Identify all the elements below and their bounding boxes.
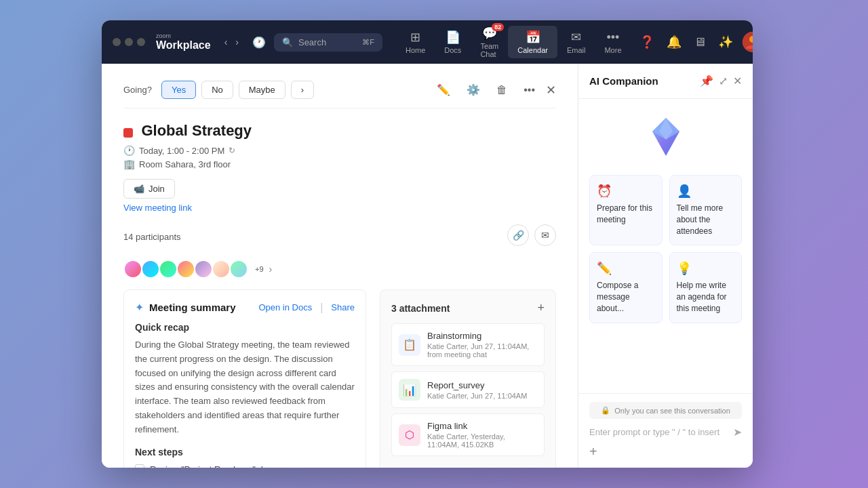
ai-actions-grid: ⏰ Prepare for this meeting 👤 Tell me mor… (589, 175, 742, 323)
ai-companion-panel: AI Companion 📌 ⤢ ✕ (578, 64, 753, 468)
sparkle-icon: ✦ (135, 301, 144, 314)
attach-info-3: Figma link Katie Carter, Yesterday, 11:0… (427, 421, 537, 449)
summary-header: ✦ Meeting summary Open in Docs | Share (135, 301, 355, 314)
next-steps-label: Next steps (135, 447, 355, 458)
ai-icon[interactable]: ✨ (715, 32, 736, 52)
participants-chevron[interactable]: › (269, 264, 273, 274)
email-icon: ✉ (571, 30, 581, 45)
help-icon[interactable]: ❓ (637, 32, 657, 52)
calendar-icon: 📅 (526, 30, 540, 45)
event-meta: 🕐 Today, 1:00 - 2:00 PM ↻ 🏢 Room Sahara,… (123, 145, 556, 169)
attach-item-3[interactable]: ⬡ Figma link Katie Carter, Yesterday, 11… (391, 413, 545, 456)
quick-recap-label: Quick recap (135, 322, 355, 333)
back-arrow[interactable]: ‹ (222, 34, 231, 50)
search-bar[interactable]: 🔍 Search ⌘F (274, 33, 382, 52)
nav-item-more[interactable]: ••• More (595, 26, 631, 58)
ai-add-button[interactable]: + (589, 444, 597, 460)
join-button-icon: 📹 (134, 184, 144, 194)
participant-avatar-4 (176, 260, 195, 279)
chat-badge: 82 (492, 23, 504, 31)
search-shortcut: ⌘F (362, 38, 374, 47)
open-in-docs-link[interactable]: Open in Docs (258, 302, 312, 312)
forward-arrow[interactable]: › (233, 34, 241, 50)
nav-item-email[interactable]: ✉ Email (557, 26, 595, 58)
edit-icon[interactable]: ✏️ (431, 80, 456, 100)
attach-icon-1: 📋 (399, 334, 420, 356)
attach-title: 3 attachment (391, 303, 450, 314)
traffic-light-1[interactable] (113, 38, 121, 46)
zoom-workplace: Workplace (156, 39, 211, 52)
ai-send-button[interactable]: ➤ (733, 426, 742, 439)
ai-title: AI Companion (589, 75, 694, 87)
nav-items: ⊞ Home 📄 Docs 💬 82 Team Chat 📅 Calendar … (396, 22, 631, 62)
rsvp-chevron-button[interactable]: › (291, 81, 314, 99)
attach-name-1: Brainstorming (427, 331, 537, 341)
ai-input-row: ➤ (589, 426, 742, 439)
attendees-label: Tell me more about the attendees (677, 203, 735, 237)
participant-actions: 🔗 ✉ (507, 224, 556, 246)
nav-item-home[interactable]: ⊞ Home (396, 26, 435, 58)
participant-avatar-7 (229, 260, 248, 279)
close-button[interactable]: ✕ (546, 83, 556, 98)
rsvp-maybe-button[interactable]: Maybe (239, 81, 285, 99)
join-button-label: Join (149, 184, 165, 194)
ai-action-agenda[interactable]: 💡 Help me write an agenda for this meeti… (669, 252, 743, 323)
attach-icon-3: ⬡ (399, 424, 420, 446)
participant-avatar-6 (212, 260, 231, 279)
prepare-label: Prepare for this meeting (597, 203, 655, 226)
event-header: Global Strategy 🕐 Today, 1:00 - 2:00 PM … (123, 122, 556, 214)
summary-title: Meeting summary (149, 302, 253, 313)
nav-arrows: ‹ › (222, 34, 241, 50)
ai-action-attendees[interactable]: 👤 Tell me more about the attendees (669, 175, 743, 245)
delete-icon[interactable]: 🗑 (491, 81, 513, 100)
join-button[interactable]: 📹 Join (123, 179, 175, 199)
titlebar: zoom Workplace ‹ › 🕐 🔍 Search ⌘F ⊞ Home … (102, 20, 753, 64)
view-meeting-link[interactable]: View meeting link (123, 203, 192, 213)
notifications-icon[interactable]: 🔔 (664, 32, 684, 52)
ai-expand-icon[interactable]: ⤢ (719, 75, 728, 87)
history-icon[interactable]: 🕐 (252, 36, 266, 49)
user-avatar[interactable] (743, 32, 753, 52)
settings-icon[interactable]: ⚙️ (461, 80, 486, 100)
event-toolbar: Going? Yes No Maybe › ✏️ ⚙️ 🗑 ••• ✕ (123, 80, 556, 108)
nav-item-docs[interactable]: 📄 Docs (435, 26, 471, 58)
screen-icon[interactable]: 🖥 (691, 33, 709, 52)
traffic-light-3[interactable] (137, 38, 145, 46)
event-location: Room Sahara, 3rd floor (139, 159, 231, 169)
search-placeholder: Search (298, 37, 326, 47)
titlebar-right: ❓ 🔔 🖥 ✨ (637, 32, 753, 52)
copy-link-button[interactable]: 🔗 (507, 224, 529, 246)
participant-avatar-1 (123, 260, 142, 279)
nav-item-calendar[interactable]: 📅 Calendar (508, 26, 557, 58)
nav-item-team-chat[interactable]: 💬 82 Team Chat (471, 22, 508, 62)
ai-pin-icon[interactable]: 📌 (700, 75, 713, 87)
ai-action-prepare[interactable]: ⏰ Prepare for this meeting (589, 175, 663, 245)
step-checkbox-1[interactable] (135, 464, 144, 468)
rsvp-yes-button[interactable]: Yes (161, 81, 196, 99)
nav-label-home: Home (406, 46, 425, 54)
nav-label-email: Email (567, 46, 586, 54)
email-participants-button[interactable]: ✉ (534, 224, 556, 246)
attach-header: 3 attachment + (391, 301, 545, 315)
rsvp-no-button[interactable]: No (201, 81, 233, 99)
nav-label-chat: Team Chat (480, 42, 498, 58)
nav-label-docs: Docs (444, 46, 461, 54)
share-link[interactable]: Share (331, 302, 355, 312)
ai-prompt-input[interactable] (589, 427, 728, 437)
traffic-light-2[interactable] (125, 38, 133, 46)
meeting-summary-section: ✦ Meeting summary Open in Docs | Share Q… (123, 289, 366, 468)
compose-label: Compose a message about... (597, 280, 655, 314)
attach-item-2[interactable]: 📊 Report_survey Katie Carter, Jun 27, 11… (391, 371, 545, 408)
ai-close-icon[interactable]: ✕ (733, 75, 742, 87)
ai-action-compose[interactable]: ✏️ Compose a message about... (589, 252, 663, 323)
attach-meta-2: Katie Carter, Jun 27, 11:04AM (427, 392, 537, 400)
avatar-more: +9 (255, 265, 264, 273)
add-attachment-button[interactable]: + (537, 301, 545, 315)
home-icon: ⊞ (410, 30, 420, 45)
attach-icon-2: 📊 (399, 379, 420, 401)
more-options-icon[interactable]: ••• (518, 81, 540, 100)
ai-body: ⏰ Prepare for this meeting 👤 Tell me mor… (578, 99, 753, 393)
ai-privacy-note: 🔒 Only you can see this conversation (589, 402, 742, 419)
attach-item-1[interactable]: 📋 Brainstorming Katie Carter, Jun 27, 11… (391, 323, 545, 366)
nav-label-calendar: Calendar (517, 46, 548, 54)
